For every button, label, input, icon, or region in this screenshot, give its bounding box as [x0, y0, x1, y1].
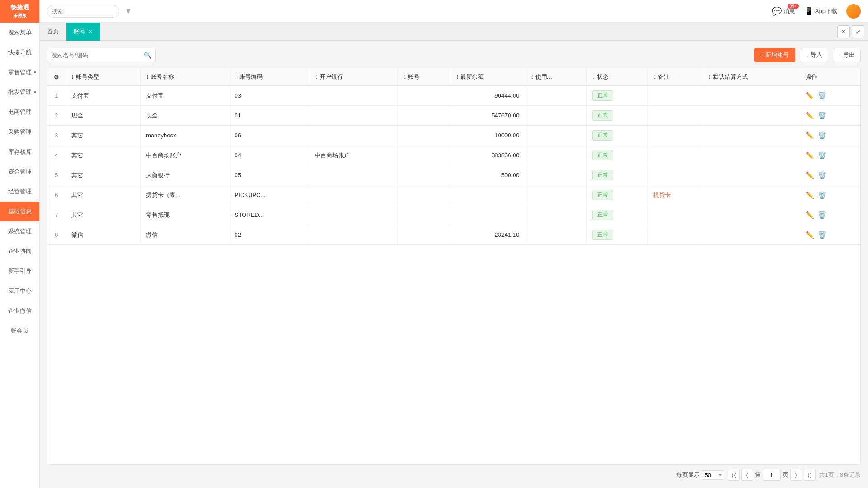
tab-close-btn[interactable]: ✕ — [88, 28, 93, 35]
delete-btn-0[interactable]: 🗑️ — [818, 92, 826, 100]
row-status-4: 正常 — [587, 165, 648, 185]
edit-btn-3[interactable]: ✏️ — [806, 151, 814, 160]
edit-btn-0[interactable]: ✏️ — [806, 92, 814, 100]
edit-btn-4[interactable]: ✏️ — [806, 171, 814, 179]
tab-home[interactable]: 首页 — [40, 23, 66, 41]
delete-btn-3[interactable]: 🗑️ — [818, 151, 826, 160]
page-next-btn[interactable]: ⟩ — [790, 469, 802, 481]
row-type-4: 其它 — [66, 165, 140, 185]
export-icon: ↑ — [839, 52, 842, 59]
sidebar-item-5[interactable]: 采购管理 — [0, 122, 40, 142]
user-avatar[interactable] — [846, 4, 861, 19]
row-remark-7 — [648, 225, 703, 245]
row-balance-1: 547670.00 — [450, 106, 525, 126]
header-dropdown-btn[interactable]: ▼ — [125, 7, 132, 15]
edit-btn-5[interactable]: ✏️ — [806, 191, 814, 199]
th-name[interactable]: ↕ 账号名称 — [140, 68, 229, 86]
th-account[interactable]: ↕ 账号 — [398, 68, 450, 86]
sidebar-item-8[interactable]: 经营管理 — [0, 182, 40, 202]
th-balance[interactable]: ↕ 最新余额 — [450, 68, 525, 86]
page-prev-btn[interactable]: ⟨ — [741, 469, 753, 481]
export-button[interactable]: ↑ 导出 — [833, 48, 861, 62]
delete-btn-2[interactable]: 🗑️ — [818, 131, 826, 140]
row-actions-6: ✏️ 🗑️ — [800, 205, 860, 225]
row-status-7: 正常 — [587, 225, 648, 245]
edit-btn-2[interactable]: ✏️ — [806, 131, 814, 140]
row-name-6: 零售抵现 — [140, 205, 229, 225]
row-balance-4: 500.00 — [450, 165, 525, 185]
tab-expand-action-btn[interactable]: ⤢ — [852, 25, 864, 38]
sidebar-item-2[interactable]: 零售管理▼ — [0, 62, 40, 82]
edit-btn-7[interactable]: ✏️ — [806, 231, 814, 239]
add-account-button[interactable]: + 新增账号 — [754, 48, 795, 62]
sidebar-item-12[interactable]: 新手引导 — [0, 261, 40, 281]
header-search-input[interactable] — [47, 5, 119, 18]
edit-btn-1[interactable]: ✏️ — [806, 112, 814, 120]
row-usage-1 — [525, 106, 587, 126]
notification-btn[interactable]: 💬 消息 99+ — [772, 6, 795, 16]
import-button[interactable]: ↓ 导入 — [800, 48, 828, 62]
page-number-input[interactable] — [763, 469, 781, 481]
toolbar: 🔍 + 新增账号 ↓ 导入 ↑ 导出 — [47, 48, 861, 62]
delete-btn-4[interactable]: 🗑️ — [818, 171, 826, 179]
row-remark-3 — [648, 145, 703, 165]
delete-btn-6[interactable]: 🗑️ — [818, 211, 826, 219]
row-actions-4: ✏️ 🗑️ — [800, 165, 860, 185]
main-area: ▼ 💬 消息 99+ 📱 App下载 首页 账号 ✕ ✕ ⤢ — [40, 0, 868, 488]
row-type-0: 支付宝 — [66, 86, 140, 106]
th-remark[interactable]: ↕ 备注 — [648, 68, 703, 86]
row-actions-0: ✏️ 🗑️ — [800, 86, 860, 106]
sidebar-item-1[interactable]: 快捷导航 — [0, 42, 40, 62]
row-num-6: 7 — [47, 205, 66, 225]
search-input[interactable] — [51, 52, 144, 59]
row-remark-2 — [648, 126, 703, 145]
page-size-select: 每页显示 50 100 200 — [676, 470, 724, 480]
delete-btn-7[interactable]: 🗑️ — [818, 231, 826, 239]
tab-close-action-btn[interactable]: ✕ — [837, 25, 850, 38]
table-container: ⚙ ↕ 账号类型 ↕ 账号名称 ↕ 账号编码 ↕ 开户银行 ↕ 账号 ↕ 最新余… — [47, 68, 861, 465]
page-first-btn[interactable]: ⟨⟨ — [728, 469, 740, 481]
sidebar-item-13[interactable]: 应用中心 — [0, 281, 40, 301]
sidebar-item-10[interactable]: 系统管理 — [0, 221, 40, 241]
search-icon[interactable]: 🔍 — [144, 52, 151, 59]
sidebar-item-14[interactable]: 企业微信 — [0, 301, 40, 321]
page-size-dropdown[interactable]: 50 100 200 — [702, 470, 724, 480]
header-right: 💬 消息 99+ 📱 App下载 — [772, 4, 861, 19]
row-account-6 — [398, 205, 450, 225]
sidebar-item-label-1: 快捷导航 — [8, 48, 32, 56]
row-name-1: 现金 — [140, 106, 229, 126]
search-box[interactable]: 🔍 — [47, 48, 156, 62]
sidebar-item-3[interactable]: 批发管理▼ — [0, 82, 40, 102]
header-left: ▼ — [47, 5, 132, 18]
top-header: ▼ 💬 消息 99+ 📱 App下载 — [40, 0, 868, 23]
sidebar-item-7[interactable]: 资金管理 — [0, 162, 40, 182]
table-row: 7 其它 零售抵现 STORED... 正常 ✏️ 🗑️ — [47, 205, 860, 225]
th-code[interactable]: ↕ 账号编码 — [229, 68, 309, 86]
table-row: 4 其它 中百商场账户 04 中百商场账户 383866.00 正常 ✏️ 🗑️ — [47, 145, 860, 165]
sidebar-item-11[interactable]: 企业协同 — [0, 241, 40, 261]
th-settings[interactable]: ⚙ — [47, 68, 66, 86]
th-bank[interactable]: ↕ 开户银行 — [309, 68, 398, 86]
row-remark-0 — [648, 86, 703, 106]
sidebar-item-0[interactable]: 搜索菜单 — [0, 23, 40, 42]
page-label: 第 — [755, 471, 761, 479]
table-row: 5 其它 大新银行 05 500.00 正常 ✏️ 🗑️ — [47, 165, 860, 185]
row-actions-2: ✏️ 🗑️ — [800, 126, 860, 145]
row-balance-2: 10000.00 — [450, 126, 525, 145]
edit-btn-6[interactable]: ✏️ — [806, 211, 814, 219]
app-download-btn[interactable]: 📱 App下载 — [804, 7, 837, 15]
sidebar-item-6[interactable]: 库存核算 — [0, 142, 40, 162]
row-type-5: 其它 — [66, 185, 140, 205]
th-usage[interactable]: ↕ 使用... — [525, 68, 587, 86]
th-type[interactable]: ↕ 账号类型 — [66, 68, 140, 86]
delete-btn-1[interactable]: 🗑️ — [818, 112, 826, 120]
tab-account[interactable]: 账号 ✕ — [66, 23, 100, 41]
th-status[interactable]: ↕ 状态 — [587, 68, 648, 86]
delete-btn-5[interactable]: 🗑️ — [818, 191, 826, 199]
sidebar-item-4[interactable]: 电商管理 — [0, 102, 40, 122]
row-account-5 — [398, 185, 450, 205]
sidebar-item-9[interactable]: 基础信息 — [0, 202, 40, 221]
th-default-settlement[interactable]: ↕ 默认结算方式 — [703, 68, 800, 86]
sidebar-item-15[interactable]: 畅会员 — [0, 321, 40, 341]
page-last-btn[interactable]: ⟩⟩ — [804, 469, 816, 481]
